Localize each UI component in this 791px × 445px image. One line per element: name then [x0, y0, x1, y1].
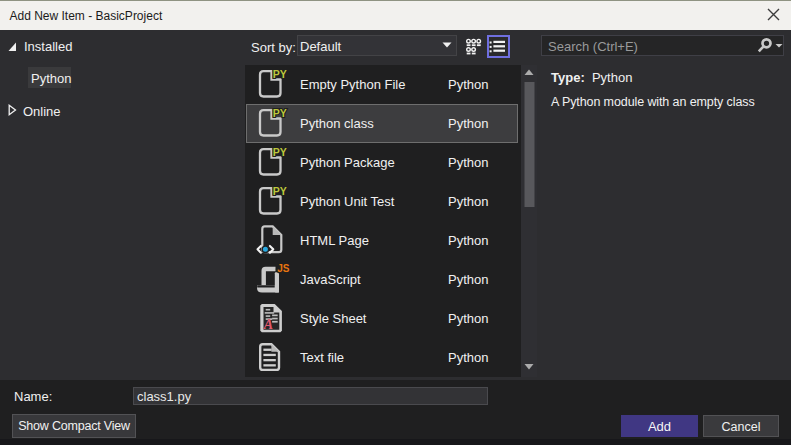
- svg-text:JS: JS: [277, 263, 290, 274]
- svg-text:PY: PY: [273, 146, 287, 158]
- svg-text:A: A: [263, 317, 273, 332]
- svg-text:PY: PY: [273, 68, 287, 80]
- svg-text:PY: PY: [273, 185, 287, 197]
- svg-text:PY: PY: [273, 107, 287, 119]
